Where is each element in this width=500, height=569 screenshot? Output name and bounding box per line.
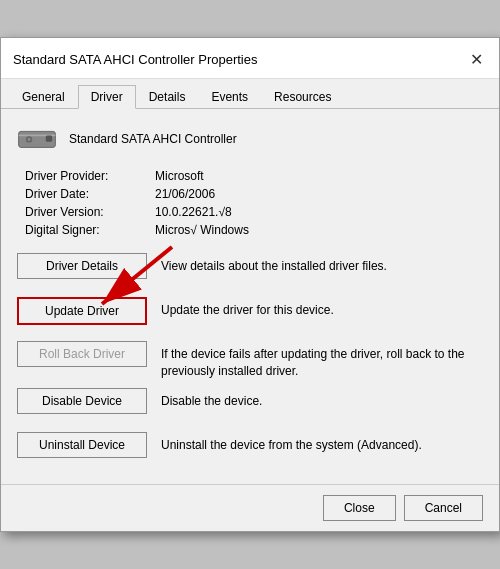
roll-back-driver-description: If the device fails after updating the d…: [161, 341, 483, 380]
info-value-provider: Microsoft: [155, 169, 204, 183]
svg-point-4: [27, 138, 30, 141]
svg-rect-2: [46, 136, 52, 142]
disable-device-description: Disable the device.: [161, 388, 483, 410]
action-row-driver-details: Driver Details View details about the in…: [17, 253, 483, 289]
update-driver-description: Update the driver for this device.: [161, 297, 483, 319]
dialog-title: Standard SATA AHCI Controller Properties: [13, 52, 257, 67]
action-row-update-driver: Update Driver Update the driver for this…: [17, 297, 483, 333]
info-row-date: Driver Date: 21/06/2006: [25, 187, 483, 201]
info-row-version: Driver Version: 10.0.22621.√8: [25, 205, 483, 219]
tab-content: Standard SATA AHCI Controller Driver Pro…: [1, 109, 499, 484]
tab-bar: General Driver Details Events Resources: [1, 79, 499, 109]
info-value-version: 10.0.22621.√8: [155, 205, 232, 219]
tab-resources[interactable]: Resources: [261, 85, 344, 109]
info-value-signer: Micros√ Windows: [155, 223, 249, 237]
update-driver-button[interactable]: Update Driver: [17, 297, 147, 325]
disable-device-button[interactable]: Disable Device: [17, 388, 147, 414]
title-bar: Standard SATA AHCI Controller Properties…: [1, 38, 499, 79]
driver-details-button[interactable]: Driver Details: [17, 253, 147, 279]
uninstall-device-description: Uninstall the device from the system (Ad…: [161, 432, 483, 454]
update-driver-row-container: Update Driver Update the driver for this…: [17, 297, 483, 333]
device-name: Standard SATA AHCI Controller: [69, 132, 237, 146]
info-label-date: Driver Date:: [25, 187, 155, 201]
dialog-footer: Close Cancel: [1, 484, 499, 531]
dialog-window: Standard SATA AHCI Controller Properties…: [0, 37, 500, 532]
info-value-date: 21/06/2006: [155, 187, 215, 201]
info-grid: Driver Provider: Microsoft Driver Date: …: [17, 169, 483, 237]
driver-details-description: View details about the installed driver …: [161, 253, 483, 275]
uninstall-device-button[interactable]: Uninstall Device: [17, 432, 147, 458]
info-label-provider: Driver Provider:: [25, 169, 155, 183]
device-header: Standard SATA AHCI Controller: [17, 125, 483, 153]
cancel-button[interactable]: Cancel: [404, 495, 483, 521]
info-row-provider: Driver Provider: Microsoft: [25, 169, 483, 183]
close-button[interactable]: Close: [323, 495, 396, 521]
tab-details[interactable]: Details: [136, 85, 199, 109]
action-row-uninstall-device: Uninstall Device Uninstall the device fr…: [17, 432, 483, 468]
roll-back-driver-button[interactable]: Roll Back Driver: [17, 341, 147, 367]
info-label-signer: Digital Signer:: [25, 223, 155, 237]
action-row-disable-device: Disable Device Disable the device.: [17, 388, 483, 424]
info-label-version: Driver Version:: [25, 205, 155, 219]
actions-area: Driver Details View details about the in…: [17, 253, 483, 468]
action-row-roll-back-driver: Roll Back Driver If the device fails aft…: [17, 341, 483, 380]
close-window-button[interactable]: ✕: [465, 48, 487, 70]
tab-events[interactable]: Events: [198, 85, 261, 109]
tab-general[interactable]: General: [9, 85, 78, 109]
device-icon: [17, 125, 57, 153]
tab-driver[interactable]: Driver: [78, 85, 136, 109]
info-row-signer: Digital Signer: Micros√ Windows: [25, 223, 483, 237]
